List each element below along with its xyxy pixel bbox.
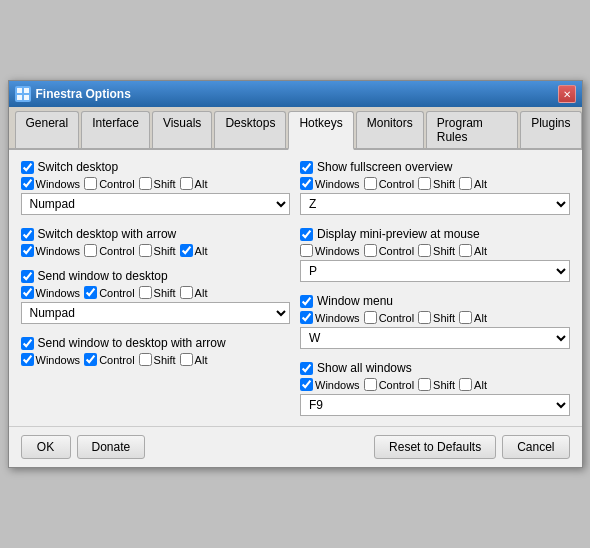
mp-modifiers: Windows Control Shift Alt [300, 244, 570, 257]
fs-alt-cb[interactable] [459, 177, 472, 190]
fs-shift: Shift [418, 177, 455, 190]
sda-checkbox[interactable] [21, 228, 34, 241]
sa-control: Control [364, 378, 414, 391]
switch-desktop-checkbox[interactable] [21, 161, 34, 174]
mp-shift-cb[interactable] [418, 244, 431, 257]
fs-alt: Alt [459, 177, 487, 190]
fs-windows-cb[interactable] [300, 177, 313, 190]
sd-alt-cb[interactable] [180, 177, 193, 190]
footer-left: OK Donate [21, 435, 146, 459]
sd-control-cb[interactable] [84, 177, 97, 190]
group-mp-label: Display mini-preview at mouse [300, 227, 570, 241]
group-switch-desktop-arrow: Switch desktop with arrow Windows Contro… [21, 227, 291, 257]
title-bar-left: Finestra Options [15, 86, 131, 102]
sda-windows-cb[interactable] [21, 244, 34, 257]
wm-shift-cb[interactable] [418, 311, 431, 324]
cancel-button[interactable]: Cancel [502, 435, 569, 459]
tab-visuals[interactable]: Visuals [152, 111, 212, 148]
wm-windows-cb[interactable] [300, 311, 313, 324]
wm-control-cb[interactable] [364, 311, 377, 324]
send-window-key[interactable]: Numpad [21, 302, 291, 324]
tab-program-rules[interactable]: Program Rules [426, 111, 518, 148]
swa-control-cb[interactable] [84, 353, 97, 366]
window-menu-key[interactable]: W [300, 327, 570, 349]
sda-control-cb[interactable] [84, 244, 97, 257]
svg-rect-0 [17, 88, 22, 93]
swa-windows: Windows [21, 353, 81, 366]
tab-general[interactable]: General [15, 111, 80, 148]
mp-alt: Alt [459, 244, 487, 257]
sw-shift: Shift [139, 286, 176, 299]
tab-interface[interactable]: Interface [81, 111, 150, 148]
sa-windows-cb[interactable] [300, 378, 313, 391]
sw-windows-cb[interactable] [21, 286, 34, 299]
donate-button[interactable]: Donate [77, 435, 146, 459]
sd-windows: Windows [21, 177, 81, 190]
swa-shift-cb[interactable] [139, 353, 152, 366]
wm-alt-cb[interactable] [459, 311, 472, 324]
sa-alt: Alt [459, 378, 487, 391]
fullscreen-key[interactable]: Z [300, 193, 570, 215]
sw-checkbox[interactable] [21, 270, 34, 283]
switch-desktop-key[interactable]: Numpad [21, 193, 291, 215]
svg-rect-3 [24, 95, 29, 100]
main-window: Finestra Options ✕ General Interface Vis… [8, 80, 583, 468]
show-all-key[interactable]: F9 [300, 394, 570, 416]
sda-shift-cb[interactable] [139, 244, 152, 257]
fs-control-cb[interactable] [364, 177, 377, 190]
fs-checkbox[interactable] [300, 161, 313, 174]
fs-shift-cb[interactable] [418, 177, 431, 190]
group-switch-desktop-label: Switch desktop [21, 160, 291, 174]
reset-button[interactable]: Reset to Defaults [374, 435, 496, 459]
sd-shift-cb[interactable] [139, 177, 152, 190]
svg-rect-1 [24, 88, 29, 93]
group-show-all: Show all windows Windows Control [300, 361, 570, 416]
group-switch-desktop: Switch desktop Windows Control [21, 160, 291, 215]
window-title: Finestra Options [36, 87, 131, 101]
sa-control-cb[interactable] [364, 378, 377, 391]
left-column: Switch desktop Windows Control [21, 160, 291, 416]
sd-windows-cb[interactable] [21, 177, 34, 190]
wm-control: Control [364, 311, 414, 324]
tab-monitors[interactable]: Monitors [356, 111, 424, 148]
columns: Switch desktop Windows Control [21, 160, 570, 416]
sw-alt: Alt [180, 286, 208, 299]
wm-shift: Shift [418, 311, 455, 324]
swa-windows-cb[interactable] [21, 353, 34, 366]
hotkeys-content: Switch desktop Windows Control [9, 150, 582, 426]
mp-control: Control [364, 244, 414, 257]
tab-hotkeys[interactable]: Hotkeys [288, 111, 353, 150]
tab-plugins[interactable]: Plugins [520, 111, 581, 148]
mp-control-cb[interactable] [364, 244, 377, 257]
sw-control: Control [84, 286, 134, 299]
mp-windows-cb[interactable] [300, 244, 313, 257]
swa-alt: Alt [180, 353, 208, 366]
sa-shift-cb[interactable] [418, 378, 431, 391]
sa-checkbox[interactable] [300, 362, 313, 375]
sw-alt-cb[interactable] [180, 286, 193, 299]
group-send-window: Send window to desktop Windows Control [21, 269, 291, 324]
sw-shift-cb[interactable] [139, 286, 152, 299]
mp-checkbox[interactable] [300, 228, 313, 241]
close-button[interactable]: ✕ [558, 85, 576, 103]
sa-alt-cb[interactable] [459, 378, 472, 391]
fs-windows: Windows [300, 177, 360, 190]
swa-checkbox[interactable] [21, 337, 34, 350]
title-bar-controls: ✕ [558, 85, 576, 103]
ok-button[interactable]: OK [21, 435, 71, 459]
sda-shift: Shift [139, 244, 176, 257]
wm-checkbox[interactable] [300, 295, 313, 308]
swa-alt-cb[interactable] [180, 353, 193, 366]
sw-modifiers: Windows Control Shift Alt [21, 286, 291, 299]
sa-modifiers: Windows Control Shift Alt [300, 378, 570, 391]
title-bar: Finestra Options ✕ [9, 81, 582, 107]
tab-desktops[interactable]: Desktops [214, 111, 286, 148]
mp-alt-cb[interactable] [459, 244, 472, 257]
group-window-menu: Window menu Windows Control [300, 294, 570, 349]
sw-control-cb[interactable] [84, 286, 97, 299]
switch-desktop-modifiers: Windows Control Shift Alt [21, 177, 291, 190]
wm-windows: Windows [300, 311, 360, 324]
sda-alt-cb[interactable] [180, 244, 193, 257]
svg-rect-2 [17, 95, 22, 100]
mini-preview-key[interactable]: P [300, 260, 570, 282]
